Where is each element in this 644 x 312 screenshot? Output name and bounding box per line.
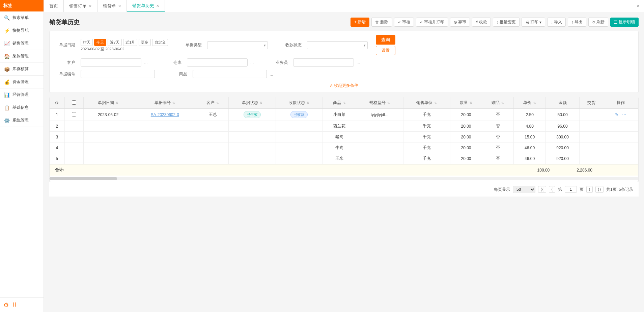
- sidebar-item-purchase-mgmt[interactable]: 🏠 采购管理: [0, 50, 44, 63]
- doc-no-link-1[interactable]: SA-20230602-0: [151, 112, 179, 117]
- tab-sales-history-close[interactable]: ✕: [156, 0, 159, 12]
- first-page-btn[interactable]: ⟨⟨: [538, 186, 546, 193]
- staff-input[interactable]: [293, 58, 354, 67]
- tab-sales-order-close[interactable]: ✕: [89, 0, 92, 12]
- row-unit-1: 千克: [403, 109, 450, 121]
- tab-sales-history-label: 销货单历史: [132, 0, 154, 12]
- sort-doc-status[interactable]: ⇅: [260, 101, 262, 105]
- data-table-container: ⚙ 单据日期 ⇅ 单据编号 ⇅ 客户 ⇅ 单据状态 ⇅ 收款状态 ⇅ 商品 ⇅ …: [49, 97, 639, 182]
- row-customer-1: 王总: [197, 109, 229, 121]
- shortcut-yesterday[interactable]: 昨天: [81, 39, 93, 46]
- tab-sales-goods-close[interactable]: ✕: [118, 0, 121, 12]
- sidebar-pause-icon[interactable]: ⏸: [11, 301, 18, 309]
- print-button[interactable]: 🖨 打印 ▾: [522, 18, 545, 27]
- delete-button[interactable]: 🗑 删除: [371, 18, 392, 27]
- show-detail-button[interactable]: ☰ 显示明细: [610, 18, 639, 27]
- warehouse-picker-btn[interactable]: ...: [249, 59, 255, 66]
- shortcut-more[interactable]: 更多: [139, 39, 151, 46]
- shortcut-custom[interactable]: 自定义: [152, 39, 168, 46]
- col-amount[interactable]: 金额: [545, 97, 580, 109]
- next-page-btn[interactable]: ⟩: [586, 186, 593, 193]
- edit-btn-1[interactable]: ✎: [615, 112, 619, 117]
- per-page-label: 每页显示: [494, 187, 510, 192]
- abandon-button[interactable]: ⊘ 弃审: [450, 18, 470, 27]
- filter-settings-button[interactable]: 设置: [376, 46, 395, 55]
- col-spec[interactable]: 规格型号 ⇅: [356, 97, 403, 109]
- sort-quantity[interactable]: ⇅: [470, 101, 472, 105]
- sidebar-item-search-menu[interactable]: 🔍 搜索菜单: [0, 11, 44, 24]
- sort-unit-price[interactable]: ⇅: [533, 101, 536, 105]
- col-doc-status[interactable]: 单据状态 ⇅: [229, 97, 276, 109]
- page-number-input[interactable]: [565, 186, 577, 193]
- tab-sales-goods[interactable]: 销货单 ✕: [97, 0, 127, 12]
- payment-status-select[interactable]: [307, 41, 368, 49]
- col-pay-status[interactable]: 收款状态 ⇅: [276, 97, 323, 109]
- batch-change-button[interactable]: ↕ 批量变更: [493, 18, 520, 27]
- tab-sales-order[interactable]: 销售订单 ✕: [64, 0, 97, 12]
- col-doc-no[interactable]: 单据编号 ⇅: [133, 97, 197, 109]
- import-button[interactable]: ↓ 导入: [547, 18, 566, 27]
- audit-button[interactable]: ✓ 审核: [394, 18, 414, 27]
- prev-page-btn[interactable]: ⟨: [549, 186, 555, 193]
- tab-sales-history[interactable]: 销货单历史 ✕: [127, 0, 165, 12]
- col-quantity[interactable]: 数量 ⇅: [450, 97, 482, 109]
- shortcut-1month[interactable]: 近1月: [123, 39, 137, 46]
- sidebar-item-inventory[interactable]: 📦 库存核算: [0, 63, 44, 76]
- sort-spec[interactable]: ⇅: [387, 101, 390, 105]
- col-settings[interactable]: ⚙: [50, 97, 64, 109]
- sidebar-item-label-ops: 经营管理: [12, 92, 29, 98]
- customer-input[interactable]: [81, 58, 141, 67]
- sidebar-item-basic-info[interactable]: 📋 基础信息: [0, 101, 44, 114]
- customer-picker-btn[interactable]: ...: [143, 59, 149, 66]
- col-unit-price[interactable]: 单价 ⇅: [514, 97, 545, 109]
- per-page-select[interactable]: 50 100: [513, 186, 535, 193]
- customer-label: 客户: [55, 60, 75, 66]
- sort-goods[interactable]: ⇅: [343, 101, 346, 105]
- col-customer[interactable]: 客户 ⇅: [197, 97, 229, 109]
- more-btn-1[interactable]: ⋯: [622, 112, 626, 117]
- col-gift[interactable]: 赠品 ⇅: [482, 97, 514, 109]
- sort-pay-status[interactable]: ⇅: [307, 101, 309, 105]
- scrollbar-thumb[interactable]: [50, 177, 117, 180]
- collapse-btn[interactable]: ∧ 收起更多条件: [330, 83, 358, 88]
- close-all-tabs[interactable]: ✕: [632, 3, 644, 8]
- goods-input[interactable]: [193, 70, 267, 78]
- sidebar-item-sys-mgmt[interactable]: ⚙️ 系统管理: [0, 114, 44, 127]
- new-button[interactable]: + 新增: [351, 18, 369, 27]
- table-settings-icon[interactable]: ⚙: [55, 101, 59, 105]
- select-all-checkbox[interactable]: [72, 100, 76, 105]
- warehouse-input[interactable]: [187, 58, 248, 67]
- shortcut-7days[interactable]: 近7天: [108, 39, 122, 46]
- warehouse-filter: ...: [187, 58, 255, 67]
- last-page-btn[interactable]: ⟩⟩: [595, 186, 604, 193]
- sidebar-item-ops-mgmt[interactable]: 📊 经营管理: [0, 88, 44, 101]
- sidebar-item-quick-nav[interactable]: ⚡ 快捷导航: [0, 24, 44, 37]
- row-checkbox-1[interactable]: [72, 112, 76, 116]
- sort-customer[interactable]: ⇅: [216, 101, 219, 105]
- tab-bar: 首页 销售订单 ✕ 销货单 ✕ 销货单历史 ✕ ✕: [44, 0, 644, 12]
- sidebar-settings-icon[interactable]: ⚙: [3, 301, 9, 309]
- tab-home[interactable]: 首页: [44, 0, 64, 12]
- sidebar-item-finance[interactable]: 💰 资金管理: [0, 76, 44, 88]
- sort-doc-no[interactable]: ⇅: [172, 101, 175, 105]
- horizontal-scrollbar[interactable]: [50, 177, 638, 180]
- query-button[interactable]: 查询: [376, 35, 395, 45]
- sort-unit[interactable]: ⇅: [434, 101, 437, 105]
- sidebar-item-sales-mgmt[interactable]: 📈 销售管理: [0, 37, 44, 50]
- refresh-button[interactable]: ↻ 刷新: [588, 18, 608, 27]
- col-goods[interactable]: 商品 ⇅: [323, 97, 356, 109]
- doc-type-select[interactable]: [207, 41, 268, 49]
- row-gift-1: 否: [482, 109, 514, 121]
- col-unit[interactable]: 销售单位 ⇅: [403, 97, 450, 109]
- row-quantity-5: 20.00: [450, 153, 482, 164]
- goods-picker-btn[interactable]: ...: [268, 71, 275, 77]
- shortcut-today[interactable]: 今天: [94, 39, 106, 46]
- audit-print-button[interactable]: ✓ 审核并打印: [416, 18, 448, 27]
- export-button[interactable]: ↑ 导出: [568, 18, 586, 27]
- sort-doc-date[interactable]: ⇅: [116, 101, 118, 105]
- sort-gift[interactable]: ⇅: [501, 101, 504, 105]
- col-doc-date[interactable]: 单据日期 ⇅: [83, 97, 133, 109]
- staff-picker-btn[interactable]: ...: [355, 59, 362, 66]
- doc-no-input[interactable]: [81, 70, 155, 78]
- collect-button[interactable]: ¥ 收款: [472, 18, 491, 27]
